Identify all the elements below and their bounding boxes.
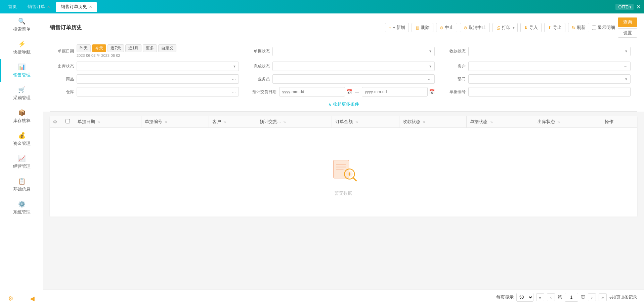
expected-date-end[interactable] (362, 87, 428, 97)
th-payment-status-label: 收款状态 (403, 119, 420, 124)
th-expected-delivery-sort-icon[interactable]: ⇅ (283, 120, 286, 124)
th-amount-sort-icon[interactable]: ⇅ (355, 120, 358, 124)
date-tag-1month[interactable]: 近1月 (125, 44, 142, 52)
prev-page-button[interactable]: ‹ (547, 293, 555, 301)
calendar-end-icon[interactable]: 📅 (429, 89, 435, 94)
date-tag-yesterday[interactable]: 昨天 (77, 44, 91, 52)
set-button[interactable]: 设置 (618, 28, 637, 38)
sidebar-item-finance-label: 资金管理 (13, 141, 31, 147)
customer-input[interactable]: ··· (468, 62, 631, 71)
date-range-text: 2023-06-02 至 2023-06-02 (77, 53, 239, 58)
th-order-no[interactable]: 单据编号 ⇅ (141, 116, 209, 128)
th-order-status-label: 单据状态 (470, 119, 487, 124)
collapse-row[interactable]: ∧ 收起更多条件 (56, 100, 631, 108)
query-button[interactable]: 查询 (618, 17, 637, 27)
sidebar-item-system[interactable]: ⚙️ 系统管理 (0, 196, 43, 219)
th-order-no-sort-icon[interactable]: ⇅ (165, 120, 167, 124)
first-page-button[interactable]: « (536, 293, 544, 301)
filter-goods: 商品 ··· (56, 74, 239, 84)
sidebar-item-basic[interactable]: 📋 基础信息 (0, 174, 43, 196)
th-order-status-sort-icon[interactable]: ⇅ (490, 120, 493, 124)
warehouse-input[interactable]: ··· (77, 87, 239, 97)
sidebar-item-finance[interactable]: 💰 资金管理 (0, 128, 43, 151)
sidebar-item-search-label: 搜索菜单 (13, 26, 31, 32)
filter-expected-date: 预计交货日期 📅 — 📅 (252, 87, 435, 97)
add-button[interactable]: + + 新增 (385, 23, 409, 32)
refresh-button[interactable]: ↻ 刷新 (568, 23, 589, 32)
topbar-close-icon[interactable]: ✕ (636, 4, 641, 10)
th-date-sort-icon[interactable]: ⇅ (97, 120, 100, 124)
salesperson-input[interactable]: ··· (272, 74, 435, 84)
order-status-select-wrap: ▼ (272, 47, 435, 56)
close-sales-order-icon[interactable]: ✕ (47, 5, 50, 9)
order-status-select[interactable] (272, 47, 435, 56)
date-tag-custom[interactable]: 自定义 (158, 44, 176, 52)
complete-status-label: 完成状态 (252, 64, 272, 69)
expected-date-start[interactable] (279, 87, 345, 97)
goods-input[interactable]: ··· (77, 74, 239, 84)
filter-outbound-status: 出库状态 ▼ (56, 62, 239, 71)
outbound-status-select[interactable] (77, 62, 239, 71)
th-amount[interactable]: 订单金额 ⇅ (332, 116, 399, 128)
tab-home[interactable]: 首页 (3, 2, 22, 12)
print-button[interactable]: 🖨 打印 ▼ (492, 23, 518, 32)
th-payment-status-sort-icon[interactable]: ⇅ (423, 120, 425, 124)
delete-button[interactable]: 🗑 删除 (412, 23, 433, 32)
sidebar-item-nav-label: 快捷导航 (13, 49, 31, 55)
th-customer[interactable]: 客户 ⇅ (209, 116, 256, 128)
sidebar-item-sales[interactable]: 📊 销售管理 (0, 59, 43, 82)
th-customer-sort-icon[interactable]: ⇅ (223, 120, 226, 124)
inventory-icon: 📦 (18, 109, 26, 116)
page-number-input[interactable] (565, 293, 578, 302)
order-no-input[interactable] (468, 87, 631, 97)
settings-icon[interactable]: ⚙ (53, 119, 57, 124)
export-button[interactable]: ⬆ 导出 (544, 23, 565, 32)
th-date-label: 单据日期 (78, 119, 95, 124)
sidebar-item-inventory[interactable]: 📦 库存核算 (0, 105, 43, 128)
close-sales-history-icon[interactable]: ✕ (89, 5, 92, 9)
th-payment-status[interactable]: 收款状态 ⇅ (399, 116, 467, 128)
th-outbound-status-sort-icon[interactable]: ⇅ (557, 120, 560, 124)
payment-status-select[interactable] (468, 47, 631, 56)
sidebar-item-operations[interactable]: 📈 经营管理 (0, 151, 43, 174)
import-button[interactable]: ⬇ 导入 (520, 23, 542, 32)
next-page-button[interactable]: › (588, 293, 596, 301)
page-size-select[interactable]: 50 20 100 (516, 293, 533, 302)
calendar-start-icon[interactable]: 📅 (346, 89, 352, 94)
th-checkbox[interactable] (62, 116, 74, 128)
dept-select[interactable] (468, 74, 631, 84)
order-no-label: 单据编号 (448, 89, 468, 95)
th-expected-delivery[interactable]: 预计交货... ⇅ (256, 116, 332, 128)
date-tag-7days[interactable]: 近7天 (108, 44, 124, 52)
th-date[interactable]: 单据日期 ⇅ (74, 116, 141, 128)
filter-payment-status: 收款状态 ▼ (448, 47, 631, 56)
select-all-checkbox[interactable] (66, 119, 70, 123)
filter-dept: 部门 ▼ (448, 74, 631, 84)
tab-sales-history[interactable]: 销售订单历史 ✕ (56, 2, 97, 12)
complete-status-select[interactable] (272, 62, 435, 71)
toolbar: + + 新增 🗑 删除 ⊘ 中止 ⊘ 取消中止 (385, 17, 637, 38)
th-settings[interactable]: ⚙ (50, 116, 62, 128)
sidebar-item-search[interactable]: 🔍 搜索菜单 (0, 13, 43, 36)
filter-row-4: 仓库 ··· 预计交货日期 📅 — 📅 (56, 87, 631, 97)
display-detail-input[interactable] (592, 26, 596, 30)
expected-date-range: 📅 — 📅 (279, 87, 435, 97)
svg-line-6 (353, 178, 356, 181)
th-outbound-status[interactable]: 出库状态 ⇅ (534, 116, 601, 128)
th-order-status[interactable]: 单据状态 ⇅ (467, 116, 534, 128)
stop-button[interactable]: ⊘ 中止 (436, 23, 457, 32)
sidebar-collapse-icon[interactable]: ◀ (30, 295, 35, 302)
empty-state: 暂无数据 (50, 128, 637, 217)
cancel-stop-button[interactable]: ⊘ 取消中止 (460, 23, 490, 32)
sidebar-item-purchase[interactable]: 🛒 采购管理 (0, 82, 43, 105)
tab-sales-order[interactable]: 销售订单 ✕ (23, 2, 55, 12)
last-page-button[interactable]: » (599, 293, 607, 301)
dept-label: 部门 (448, 76, 468, 82)
date-tag-today[interactable]: 今天 (92, 44, 106, 52)
date-tag-more[interactable]: 更多 (143, 44, 157, 52)
sidebar-settings-icon[interactable]: ⚙ (8, 295, 13, 302)
total-label: 共0页,0条记录 (609, 294, 637, 300)
display-detail-checkbox[interactable]: 显示明细 (592, 25, 615, 31)
sidebar-item-nav[interactable]: ⚡ 快捷导航 (0, 36, 43, 59)
filter-salesperson: 业务员 ··· (252, 74, 435, 84)
